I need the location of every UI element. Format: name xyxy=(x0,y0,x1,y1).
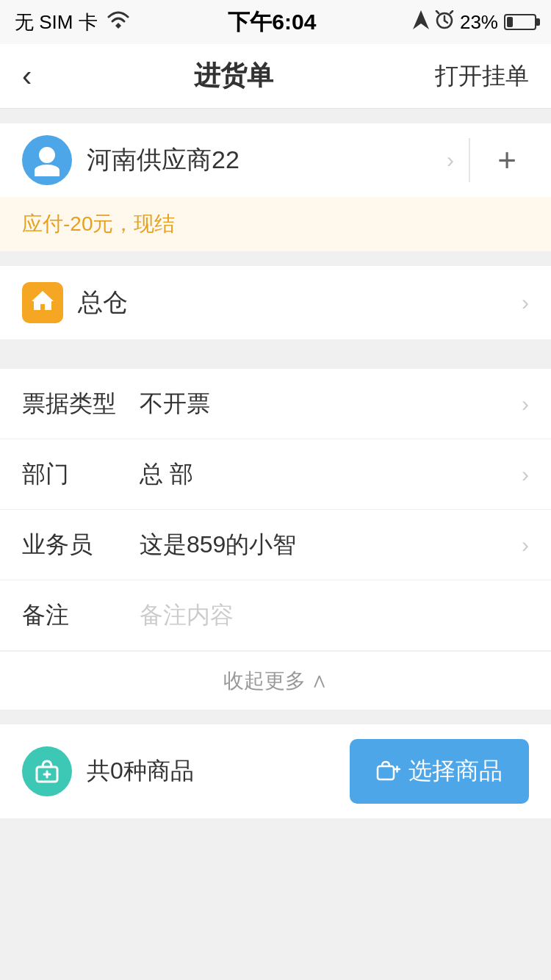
remark-row[interactable]: 备注 备注内容 xyxy=(0,580,551,651)
salesperson-label: 业务员 xyxy=(22,529,125,561)
warehouse-icon xyxy=(22,282,63,323)
supplier-arrow-icon: › xyxy=(447,148,454,173)
warehouse-row[interactable]: 总仓 › xyxy=(0,266,551,339)
status-bar: 无 SIM 卡 下午6:04 23% xyxy=(0,0,551,44)
notice-text: 应付-20元，现结 xyxy=(22,212,175,235)
wifi-icon xyxy=(105,10,132,35)
warehouse-arrow-icon: › xyxy=(522,290,529,315)
house-icon xyxy=(30,288,55,318)
invoice-type-arrow-icon: › xyxy=(522,392,529,417)
salesperson-arrow-icon: › xyxy=(522,533,529,558)
select-product-button[interactable]: 选择商品 xyxy=(350,739,529,804)
department-label: 部门 xyxy=(22,458,125,491)
nav-bar: ‹ 进货单 打开挂单 xyxy=(0,44,551,109)
svg-marker-0 xyxy=(413,10,429,29)
avatar-icon xyxy=(34,147,60,173)
top-divider xyxy=(0,109,551,123)
bottom-bar: 共0种商品 选择商品 xyxy=(0,724,551,818)
supplier-avatar xyxy=(22,135,72,185)
status-left: 无 SIM 卡 xyxy=(15,10,132,35)
battery-label: 23% xyxy=(460,11,498,34)
form-section: 票据类型 不开票 › 部门 总 部 › 业务员 这是859的小智 › 备注 备注… xyxy=(0,369,551,710)
product-count-label: 共0种商品 xyxy=(87,755,335,788)
svg-line-4 xyxy=(436,11,439,13)
warehouse-divider xyxy=(0,251,551,266)
battery-icon xyxy=(504,14,536,30)
add-supplier-button[interactable]: + xyxy=(485,138,529,182)
svg-marker-6 xyxy=(32,291,54,310)
alarm-icon xyxy=(435,10,454,35)
supplier-section: 河南供应商22 › + 应付-20元，现结 xyxy=(0,123,551,251)
invoice-type-value: 不开票 xyxy=(125,388,522,420)
svg-line-5 xyxy=(450,11,453,13)
department-row[interactable]: 部门 总 部 › xyxy=(0,439,551,510)
back-button[interactable]: ‹ xyxy=(22,60,32,93)
bottom-section-divider xyxy=(0,710,551,724)
remark-label: 备注 xyxy=(22,599,125,632)
supplier-divider xyxy=(469,138,470,182)
notice-banner: 应付-20元，现结 xyxy=(0,197,551,251)
supplier-name: 河南供应商22 xyxy=(87,143,447,177)
status-time: 下午6:04 xyxy=(228,7,316,37)
select-product-label: 选择商品 xyxy=(408,755,503,788)
gps-icon xyxy=(413,10,429,35)
svg-rect-10 xyxy=(378,766,394,779)
warehouse-name: 总仓 xyxy=(78,286,522,320)
salesperson-value: 这是859的小智 xyxy=(125,529,522,561)
svg-line-3 xyxy=(444,21,447,23)
open-pending-button[interactable]: 打开挂单 xyxy=(435,60,529,93)
product-icon xyxy=(22,746,72,796)
page-title: 进货单 xyxy=(194,58,273,94)
invoice-type-row[interactable]: 票据类型 不开票 › xyxy=(0,369,551,439)
department-value: 总 部 xyxy=(125,458,522,491)
remark-input[interactable]: 备注内容 xyxy=(125,599,529,632)
department-arrow-icon: › xyxy=(522,462,529,487)
main-background xyxy=(0,818,551,980)
salesperson-row[interactable]: 业务员 这是859的小智 › xyxy=(0,510,551,580)
collapse-row[interactable]: 收起更多 ∧ xyxy=(0,651,551,710)
status-right: 23% xyxy=(413,10,536,35)
invoice-type-label: 票据类型 xyxy=(22,388,125,420)
collapse-label: 收起更多 ∧ xyxy=(223,667,328,695)
carrier-label: 无 SIM 卡 xyxy=(15,10,98,35)
supplier-row[interactable]: 河南供应商22 › + xyxy=(0,123,551,197)
form-top-divider xyxy=(0,339,551,354)
